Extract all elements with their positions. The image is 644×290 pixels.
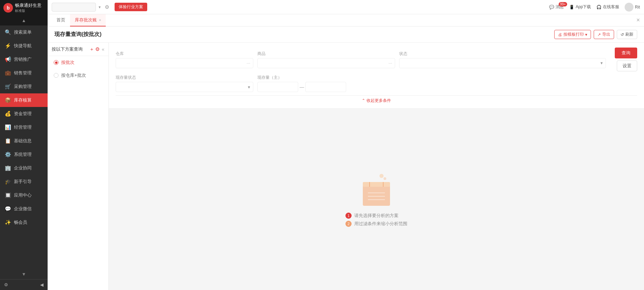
sidebar-collapse-btn[interactable]: ◀ — [40, 282, 44, 287]
sidebar-scroll-up[interactable]: ▲ — [0, 17, 48, 24]
topbar-right: 💬 消息 99+ 📱 App下载 🎧 在线客服 Rit — [549, 3, 640, 12]
sidebar-item-finance[interactable]: 💰 资金管理 — [0, 107, 48, 121]
stock-qty-label: 现存量（主） — [257, 75, 395, 80]
brand-name: 畅康通好生意 — [15, 3, 41, 8]
sidebar-item-wechat[interactable]: 💬 企业微信 — [0, 202, 48, 216]
sidebar-item-label: 经营管理 — [14, 124, 32, 130]
stock-status-select[interactable]: ▾ — [116, 82, 253, 92]
message-badge: 99+ — [559, 2, 567, 6]
brand-info: 畅康通好生意 标准版 — [15, 3, 41, 13]
topbar-message-btn[interactable]: 💬 消息 99+ — [549, 4, 564, 10]
refresh-button[interactable]: ↺ 刷新 — [617, 30, 637, 39]
cart-icon: 🛒 — [5, 84, 11, 90]
empty-illustration — [356, 172, 397, 206]
warehouse-more-icon[interactable]: ··· — [247, 60, 250, 66]
product-input[interactable]: ··· — [257, 58, 395, 68]
warehouse-input[interactable]: ··· — [116, 58, 253, 68]
topbar-app-btn[interactable]: 📱 App下载 — [569, 4, 591, 10]
sidebar-item-sales[interactable]: 💼 销售管理 — [0, 66, 48, 80]
product-more-icon[interactable]: ··· — [388, 60, 392, 66]
service-label: 在线客服 — [603, 4, 619, 10]
sidebar-item-member[interactable]: ✨ 畅会员 — [0, 216, 48, 229]
tab-batch-account[interactable]: 库存批次账 × — [70, 14, 106, 26]
hint-num-1: 1 — [345, 213, 352, 219]
filter-collapse-btn[interactable]: « — [102, 47, 104, 52]
query-form: 仓库 ··· 商品 ··· 状态 — [109, 43, 644, 109]
filter-panel: 按以下方案查询 + ⚙ « 按批次 按仓库+批次 — [48, 43, 109, 290]
sidebar-item-label: 快捷导航 — [14, 43, 32, 49]
trial-button[interactable]: 体验行业方案 — [115, 3, 147, 11]
filter-settings-btn[interactable]: ⚙ — [95, 47, 100, 52]
sidebar-item-newbie[interactable]: 🎓 新手引导 — [0, 175, 48, 188]
grid-icon: 🔲 — [5, 192, 11, 198]
template-print-button[interactable]: 🖨 按模板打印 ▾ — [554, 30, 591, 39]
tabs-close-all-btn[interactable]: × — [636, 17, 640, 24]
query-row-2: 现存量状态 ▾ 现存量（主） — — [116, 75, 637, 92]
search-icon: 🔍 — [5, 29, 11, 35]
export-icon: ↗ — [597, 32, 601, 37]
filter-add-btn[interactable]: + — [90, 47, 93, 52]
stock-qty-max-input[interactable] — [305, 82, 346, 92]
main-area: ▾ ⚙ 体验行业方案 💬 消息 99+ 📱 App下载 🎧 在线客服 Rit — [48, 0, 644, 290]
tab-close-icon[interactable]: × — [99, 18, 101, 22]
filter-panel-title: 按以下方案查询 — [52, 46, 83, 52]
settings-button[interactable]: 设置 — [617, 60, 637, 71]
sidebar-settings-btn[interactable]: ⚙ — [4, 282, 8, 287]
sidebar-item-search[interactable]: 🔍 搜索菜单 — [0, 25, 48, 39]
briefcase-icon: 💼 — [5, 70, 11, 76]
topbar: ▾ ⚙ 体验行业方案 💬 消息 99+ 📱 App下载 🎧 在线客服 Rit — [48, 0, 644, 14]
topbar-dropdown-icon[interactable]: ▾ — [99, 5, 101, 10]
topbar-search-input[interactable] — [52, 3, 96, 12]
sidebar-item-operation[interactable]: 📊 经营管理 — [0, 121, 48, 134]
chevron-down-icon: ▾ — [585, 32, 587, 37]
tab-home-label: 首页 — [56, 17, 65, 23]
user-name: Rit — [635, 5, 640, 10]
lightning-icon: ⚡ — [5, 43, 11, 49]
sidebar-item-appstore[interactable]: 🔲 应用中心 — [0, 188, 48, 202]
sidebar-item-enterprise[interactable]: 🏢 企业协同 — [0, 161, 48, 175]
sidebar-item-label: 基础信息 — [14, 138, 32, 144]
svg-rect-1 — [363, 182, 390, 187]
sidebar-scroll-down[interactable]: ▼ — [0, 270, 48, 278]
query-button[interactable]: 查询 — [615, 48, 637, 58]
box-icon: 📦 — [5, 97, 11, 103]
sidebar-item-label: 畅会员 — [14, 219, 27, 225]
page-header-actions: 🖨 按模板打印 ▾ ↗ 导出 ↺ 刷新 — [554, 30, 637, 39]
sidebar-item-inventory[interactable]: 📦 库存核算 — [0, 93, 48, 107]
megaphone-icon: 📢 — [5, 56, 11, 62]
filter-radio-by-warehouse — [54, 73, 58, 78]
status-label: 状态 — [399, 51, 606, 57]
content-area: 按以下方案查询 + ⚙ « 按批次 按仓库+批次 — [48, 43, 644, 290]
topbar-gear-icon[interactable]: ⚙ — [105, 4, 109, 10]
star-icon: ✨ — [5, 219, 11, 225]
filter-item-by-batch[interactable]: 按批次 — [48, 56, 108, 69]
stock-qty-min-input[interactable] — [257, 82, 298, 92]
sidebar: b 畅康通好生意 标准版 ▲ 🔍 搜索菜单 ⚡ 快捷导航 📢 营销推广 💼 销售… — [0, 0, 48, 290]
building-icon: 🏢 — [5, 165, 11, 171]
sidebar-item-label: 资金管理 — [14, 111, 32, 117]
sidebar-item-quick-nav[interactable]: ⚡ 快捷导航 — [0, 39, 48, 53]
status-select[interactable]: ▾ — [399, 58, 606, 68]
sidebar-item-purchase[interactable]: 🛒 采购管理 — [0, 80, 48, 93]
query-actions: 查询 设置 — [610, 48, 637, 71]
print-icon: 🖨 — [558, 32, 562, 37]
chat-icon: 💬 — [5, 206, 11, 212]
sidebar-item-marketing[interactable]: 📢 营销推广 — [0, 53, 48, 66]
collapse-conditions-btn[interactable]: ⌃ 收起更多条件 — [116, 95, 637, 106]
sidebar-nav: 🔍 搜索菜单 ⚡ 快捷导航 📢 营销推广 💼 销售管理 🛒 采购管理 📦 库存核… — [0, 25, 48, 269]
filter-header: 按以下方案查询 + ⚙ « — [48, 43, 108, 56]
money-icon: 💰 — [5, 111, 11, 117]
sidebar-item-base[interactable]: 📋 基础信息 — [0, 134, 48, 148]
topbar-service-btn[interactable]: 🎧 在线客服 — [596, 4, 619, 10]
warehouse-field: 仓库 ··· — [116, 51, 253, 68]
tab-home[interactable]: 首页 — [52, 14, 70, 26]
topbar-user-btn[interactable]: Rit — [625, 3, 640, 12]
status-field: 状态 ▾ — [399, 51, 606, 68]
sidebar-item-system[interactable]: ⚙️ 系统管理 — [0, 148, 48, 161]
stock-status-label: 现存量状态 — [116, 75, 253, 80]
stock-status-field: 现存量状态 ▾ — [116, 75, 253, 92]
filter-item-by-warehouse-batch[interactable]: 按仓库+批次 — [48, 69, 108, 82]
export-button[interactable]: ↗ 导出 — [594, 30, 614, 39]
empty-hints: 1 请先选择要分析的方案 2 用过滤条件来缩小分析范围 — [345, 213, 407, 227]
chevron-down-icon: ▾ — [600, 60, 603, 66]
